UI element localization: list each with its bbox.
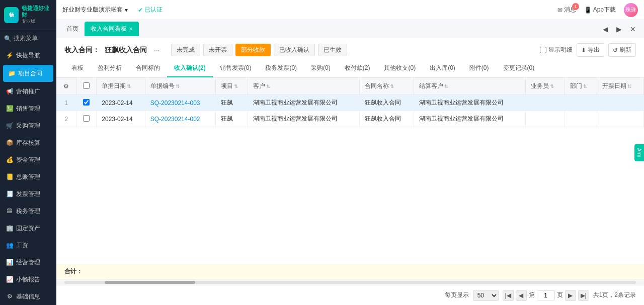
select-all-checkbox[interactable] [83, 82, 90, 89]
show-detail-checkbox-label[interactable]: 显示明细 [540, 46, 573, 54]
cart-icon: 🛒 [5, 121, 14, 130]
sort-icon: ⇅ [127, 83, 131, 89]
sidebar-item-quick-nav[interactable]: ⚡ 快捷导航 [0, 47, 56, 64]
page-number-input[interactable] [537, 290, 555, 300]
sidebar-item-hr[interactable]: 👥 工资 [0, 237, 56, 254]
cell-date: 2023-02-14 [97, 111, 145, 127]
status-not-invoiced[interactable]: 未开票 [203, 44, 232, 56]
th-gear[interactable]: ⚙ [56, 78, 76, 95]
content-area: 收入合同： 狂飙收入合同 ··· 未完成 未开票 部分收款 已收入确认 已生效 … [56, 38, 644, 305]
th-billing-customer[interactable]: 结算客户⇅ [414, 78, 525, 95]
tab-prev-button[interactable]: ◀ [601, 24, 610, 34]
sidebar-item-funds[interactable]: 💰 资金管理 [0, 151, 56, 168]
sidebar-item-sales[interactable]: 💹 销售管理 [0, 100, 56, 117]
pagination-nav: |◀ ◀ 第 页 ▶ ▶| [503, 290, 589, 301]
sidebar-search[interactable]: 🔍 搜索菜单 [0, 30, 56, 47]
table-area: ⚙ 单据日期⇅ 单据编号⇅ 项目⇅ [56, 78, 644, 264]
bill-no-link[interactable]: SQ-20230214-003 [150, 99, 200, 107]
tax-icon: 🏛 [5, 207, 14, 216]
row-checkbox[interactable] [83, 115, 90, 122]
th-contract-name[interactable]: 合同名称⇅ [359, 78, 414, 95]
sidebar-item-ops[interactable]: 📊 经营管理 [0, 254, 56, 271]
cell-date: 2023-02-14 [97, 95, 145, 111]
cell-bill-no: SQ-20230214-002 [145, 111, 215, 127]
dropdown-icon: ▾ [125, 7, 128, 14]
current-tab[interactable]: 收入合同看板 ✕ [85, 22, 139, 36]
more-button[interactable]: ··· [154, 46, 160, 54]
th-customer[interactable]: 客户⇅ [248, 78, 359, 95]
status-buttons: 未完成 未开票 部分收款 已收入确认 已生效 [171, 44, 347, 56]
status-effective[interactable]: 已生效 [318, 44, 347, 56]
tab-outbound[interactable]: 出入库(0) [423, 60, 462, 77]
export-button[interactable]: ⬇ 导出 [577, 43, 604, 57]
bill-no-link[interactable]: SQ-20230214-002 [150, 116, 200, 123]
th-project[interactable]: 项目⇅ [215, 78, 248, 95]
tab-other-income[interactable]: 其他收支(0) [377, 60, 423, 77]
tab-purchase[interactable]: 采购(0) [304, 60, 338, 77]
tab-next-button[interactable]: ▶ [614, 24, 624, 34]
sidebar-item-project-contract[interactable]: 📁 项目合同 [3, 65, 53, 82]
sidebar-item-tax[interactable]: 🏛 税务管理 [0, 202, 56, 220]
page-title-prefix: 收入合同： [64, 46, 100, 55]
th-salesperson[interactable]: 业务员⇅ [525, 78, 565, 95]
message-badge: 1 [572, 3, 579, 10]
row-num: 1 [56, 95, 76, 111]
right-float-button[interactable]: Arm [634, 144, 644, 161]
sidebar-item-invoice[interactable]: 🧾 发票管理 [0, 185, 56, 202]
tab-close-all-button[interactable]: ✕ [628, 24, 638, 34]
table-row: 2 2023-02-14 SQ-20230214-002 狂飙 湖南卫视商业运营… [56, 111, 644, 127]
th-department[interactable]: 部门⇅ [565, 78, 597, 95]
user-avatar[interactable]: 珠珠 [624, 3, 638, 17]
sidebar-item-basic-info[interactable]: ⚙ 基础信息 [0, 288, 56, 305]
sidebar-item-marketing[interactable]: 📢 营销推广 [0, 83, 56, 100]
sidebar-item-purchase[interactable]: 🛒 采购管理 [0, 117, 56, 134]
row-checkbox[interactable] [83, 99, 90, 106]
tab-profit-analysis[interactable]: 盈利分析 [91, 60, 129, 77]
status-not-done[interactable]: 未完成 [171, 44, 200, 56]
scrollbar-thumb[interactable] [105, 281, 195, 284]
sidebar-item-mini-report[interactable]: 📈 小畅报告 [0, 271, 56, 288]
company-selector[interactable]: 好业财专业版演示帐套 ▾ [62, 6, 128, 14]
sidebar-item-inventory[interactable]: 📦 库存核算 [0, 134, 56, 151]
cell-project: 狂飙 [215, 111, 248, 127]
message-button[interactable]: ✉ 消息 1 [557, 6, 576, 14]
sidebar-item-general-ledger[interactable]: 📒 总账管理 [0, 168, 56, 185]
app-download-button[interactable]: 📱 App下载 [584, 6, 616, 14]
last-page-button[interactable]: ▶| [578, 290, 589, 301]
sort-icon: ⇅ [176, 83, 180, 89]
table-body: 1 2023-02-14 SQ-20230214-003 狂飙 湖南卫视商业运营… [56, 95, 644, 127]
th-date[interactable]: 单据日期⇅ [97, 78, 145, 95]
total-label: 合计： [64, 267, 83, 276]
tab-attachments[interactable]: 附件(0) [462, 60, 496, 77]
th-bill-date2[interactable]: 开票日期⇅ [597, 78, 644, 95]
tab-sales-invoice[interactable]: 销售发票(0) [213, 60, 259, 77]
company-name: 好业财专业版演示帐套 [62, 6, 123, 14]
prev-page-button[interactable]: ◀ [516, 290, 527, 301]
home-tab[interactable]: 首页 [62, 25, 83, 33]
tab-kanban[interactable]: 看板 [64, 60, 91, 77]
sort-icon: ⇅ [234, 83, 238, 89]
tab-tax-invoice[interactable]: 税务发票(0) [258, 60, 304, 77]
status-confirmed[interactable]: 已收入确认 [274, 44, 315, 56]
cell-salesperson [525, 111, 565, 127]
next-page-button[interactable]: ▶ [565, 290, 576, 301]
refresh-button[interactable]: ↺ 刷新 [608, 43, 636, 57]
row-num: 2 [56, 111, 76, 127]
tab-close-button[interactable]: ✕ [129, 26, 133, 32]
page-size-select[interactable]: 50 20 100 200 [473, 290, 499, 301]
th-bill-no[interactable]: 单据编号⇅ [145, 78, 215, 95]
pagination-info: 共1页，2条记录 [593, 291, 636, 299]
horizontal-scrollbar[interactable] [64, 281, 636, 284]
first-page-button[interactable]: |◀ [503, 290, 514, 301]
status-partial-collect[interactable]: 部分收款 [235, 44, 271, 56]
lightning-icon: ⚡ [5, 51, 14, 60]
show-detail-checkbox[interactable] [540, 47, 546, 53]
tab-change-log[interactable]: 变更记录(0) [496, 60, 542, 77]
sort-icon: ⇅ [266, 83, 270, 89]
scroll-bar-area [56, 279, 644, 285]
page-header: 收入合同： 狂飙收入合同 ··· 未完成 未开票 部分收款 已收入确认 已生效 … [56, 38, 644, 60]
tab-contract-standard[interactable]: 合同标的 [129, 60, 167, 77]
tab-income-confirm[interactable]: 收入确认(2) [167, 60, 213, 77]
tab-payment[interactable]: 收付款(2) [338, 60, 377, 77]
sidebar-item-fixed-assets[interactable]: 🏢 固定资产 [0, 220, 56, 237]
